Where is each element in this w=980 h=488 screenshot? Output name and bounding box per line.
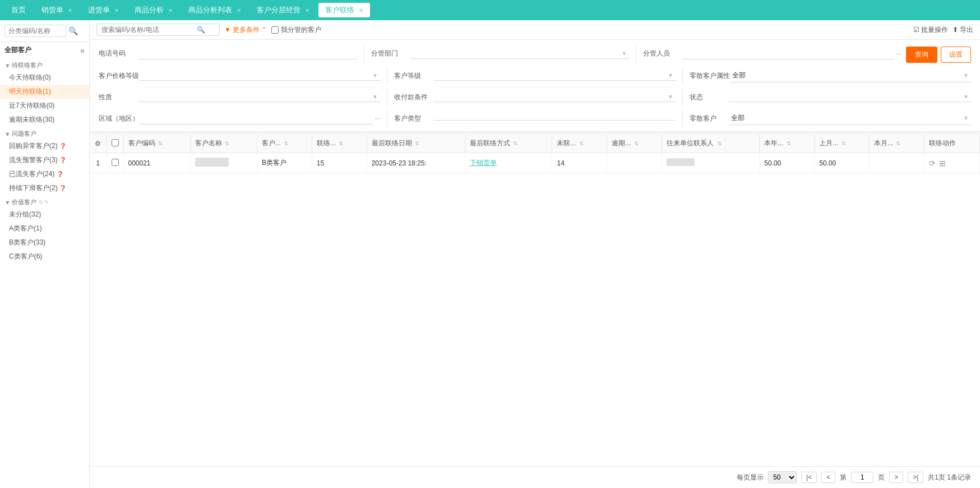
filter-price-grade-select[interactable]: ▼ xyxy=(139,71,380,81)
sort-name-icon[interactable]: ⇅ xyxy=(225,140,229,146)
sidebar-item-abnormal[interactable]: 回购异常客户(2) ❓ xyxy=(0,139,89,153)
last-method-link[interactable]: 下销货单 xyxy=(470,159,497,167)
page-number-input[interactable] xyxy=(851,472,873,483)
main-search-icon[interactable]: 🔍 xyxy=(197,26,205,34)
filter-dept-select[interactable]: ▼ xyxy=(410,49,630,59)
sort-lmonth-icon[interactable]: ⇅ xyxy=(842,140,846,146)
filter-region-input[interactable] xyxy=(139,113,373,125)
close-product-list-icon[interactable]: ✕ xyxy=(237,7,241,13)
customer-grade-arrow-icon: ▼ xyxy=(668,72,673,79)
sort-count-icon[interactable]: ⇅ xyxy=(339,140,343,146)
filter-manager-input[interactable] xyxy=(682,48,895,59)
more-action-icon[interactable]: ⊞ xyxy=(939,159,946,168)
edit-action-icon[interactable]: ⟳ xyxy=(929,159,936,168)
col-check[interactable] xyxy=(107,134,123,153)
sort-code-icon[interactable]: ⇅ xyxy=(158,140,163,146)
cell-check[interactable] xyxy=(107,153,123,173)
close-purchase-icon[interactable]: ✕ xyxy=(114,7,119,13)
prev-page-btn[interactable]: < xyxy=(821,472,835,483)
sort-uncontacted-icon[interactable]: ⇅ xyxy=(579,140,584,146)
sidebar-item-7days[interactable]: 近7天待联络(0) xyxy=(0,99,89,113)
nav-purchase[interactable]: 进货单 ✕ xyxy=(81,3,126,17)
filter-phone-input[interactable] xyxy=(138,48,357,59)
sidebar-item-class-b[interactable]: B类客户(33) xyxy=(0,236,89,250)
col-this-year: 本年... ⇅ xyxy=(760,134,815,153)
nav-customer-segment[interactable]: 客户分层经营 ✕ xyxy=(250,3,316,17)
sidebar-search-icon[interactable]: 🔍 xyxy=(68,26,78,35)
close-product-analysis-icon[interactable]: ✕ xyxy=(168,7,173,13)
close-contact-icon[interactable]: ✕ xyxy=(359,7,363,13)
sort-year-icon[interactable]: ⇅ xyxy=(787,140,791,146)
sidebar-item-declining[interactable]: 持续下滑客户(2) ❓ xyxy=(0,181,89,195)
row-checkbox[interactable] xyxy=(112,159,119,166)
sidebar-item-churn-warning[interactable]: 流失预警客户(3) ❓ xyxy=(0,153,89,167)
cell-last-date: 2023-05-23 18:25: xyxy=(367,153,465,173)
filter-price-grade: 客户价格等级 ▼ xyxy=(99,71,380,81)
filter-retail-attr-label: 零散客户属性 xyxy=(690,71,730,81)
last-page-btn[interactable]: >| xyxy=(908,472,923,483)
sidebar-item-overdue[interactable]: 逾期未联络(30) xyxy=(0,113,89,127)
sidebar-item-class-a[interactable]: A类客户(1) xyxy=(0,222,89,236)
my-customers-checkbox[interactable]: 我分管的客户 xyxy=(271,25,321,35)
my-customers-check[interactable] xyxy=(271,26,279,34)
col-settings[interactable]: ⚙ xyxy=(90,134,107,153)
col-contact-count: 联络... ⇅ xyxy=(312,134,367,153)
filter-status-select[interactable]: ▼ xyxy=(729,92,971,102)
nav-product-analysis-list[interactable]: 商品分析列表 ✕ xyxy=(182,3,248,17)
sort-method-icon[interactable]: ⇅ xyxy=(513,140,517,146)
sort-overdue-icon[interactable]: ⇅ xyxy=(634,140,639,146)
filter-customer-type: 客户类型 xyxy=(394,114,676,123)
close-segment-icon[interactable]: ✕ xyxy=(305,7,309,13)
set-button[interactable]: 设置 xyxy=(941,47,971,63)
filter-customer-type-select[interactable] xyxy=(433,117,676,121)
filter-retail-customer-select[interactable]: 全部 ▼ xyxy=(729,112,971,125)
nav-sales[interactable]: 销货单 ✕ xyxy=(35,3,79,17)
top-nav: 首页 销货单 ✕ 进货单 ✕ 商品分析 ✕ 商品分析列表 ✕ 客户分层经营 ✕ … xyxy=(0,0,980,20)
filter-phone-label: 电话号码 xyxy=(99,49,138,58)
cell-type: B类客户 xyxy=(257,153,312,173)
first-page-btn[interactable]: |< xyxy=(801,472,817,483)
nav-product-analysis[interactable]: 商品分析 ✕ xyxy=(128,3,179,17)
export-btn[interactable]: ⬆ 导出 xyxy=(953,25,973,35)
filter-customer-grade-label: 客户等级 xyxy=(394,71,433,81)
filter-customer-grade-select[interactable]: ▼ xyxy=(433,71,676,81)
group-arrow-icon: ▼ xyxy=(4,62,11,69)
filter-nature-select[interactable]: ▼ xyxy=(138,92,380,102)
query-button[interactable]: 查询 xyxy=(906,47,937,63)
sort-type-icon[interactable]: ⇅ xyxy=(284,140,288,146)
cell-this-month xyxy=(870,153,924,173)
sidebar-search-area: 🔍 xyxy=(0,20,89,42)
filter-row-3: 性质 ▼ 收付款条件 ▼ 状 xyxy=(99,89,971,105)
sort-date-icon[interactable]: ⇅ xyxy=(415,140,419,146)
nav-customer-contact[interactable]: 客户联络 ✕ xyxy=(318,3,370,17)
main-search-input[interactable] xyxy=(101,26,197,34)
select-all-checkbox[interactable] xyxy=(112,139,119,146)
per-page-label: 每页显示 xyxy=(737,473,764,482)
close-sales-icon[interactable]: ✕ xyxy=(68,7,72,13)
next-page-btn[interactable]: > xyxy=(889,472,903,483)
cell-last-method[interactable]: 下销货单 xyxy=(465,153,552,173)
advanced-filters: 电话号码 分管部门 ▼ 分管人员 ··· xyxy=(90,40,980,132)
filter-payment-select[interactable]: ▼ xyxy=(433,92,676,102)
cell-index: 1 xyxy=(90,153,107,173)
per-page-select[interactable]: 50 100 200 xyxy=(768,471,797,484)
divider7 xyxy=(387,110,387,127)
sidebar-search-input[interactable] xyxy=(4,25,66,37)
sidebar-item-churned[interactable]: 已流失客户(24) ❓ xyxy=(0,167,89,181)
sidebar-item-tomorrow[interactable]: 明天待联络(1) xyxy=(0,85,89,99)
batch-op-btn[interactable]: ☑ 批量操作 xyxy=(913,25,948,35)
col-uncontacted: 未联... ⇅ xyxy=(552,134,607,153)
sidebar-item-today[interactable]: 今天待联络(0) xyxy=(0,71,89,85)
sidebar-item-unclassified[interactable]: 未分组(32) xyxy=(0,208,89,222)
all-customers-header[interactable]: 全部客户 « xyxy=(0,42,89,58)
sidebar-item-class-c[interactable]: C类客户(6) xyxy=(0,250,89,264)
nav-home[interactable]: 首页 xyxy=(4,3,33,17)
more-conditions-btn[interactable]: ▼ 更多条件 ⌃ xyxy=(224,25,267,35)
region-more-icon[interactable]: ··· xyxy=(375,114,380,122)
checkbox-icon: ☑ xyxy=(913,26,919,34)
manager-more-icon[interactable]: ··· xyxy=(896,50,902,58)
filter-retail-attr-select[interactable]: 全部 ▼ xyxy=(730,69,971,82)
sort-person-icon[interactable]: ⇅ xyxy=(717,140,722,146)
sidebar-collapse-icon[interactable]: « xyxy=(80,46,85,55)
sort-month-icon[interactable]: ⇅ xyxy=(896,140,900,146)
